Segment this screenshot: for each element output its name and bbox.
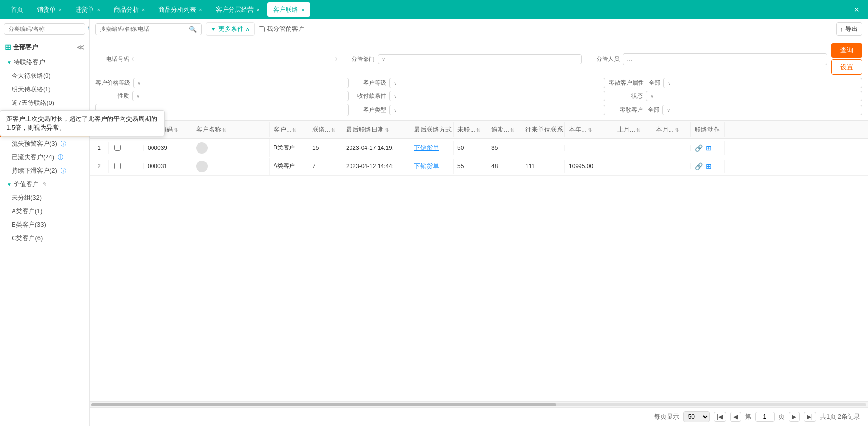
query-button[interactable]: 查询 (831, 43, 862, 58)
close-purchase-order-icon[interactable]: × (97, 7, 100, 13)
col-header-unit-contact[interactable]: 往来单位联系人 ⇅ (521, 122, 565, 137)
cell-last-method-2[interactable]: 下销货单 (410, 159, 454, 174)
nav-home[interactable]: 首页 (5, 2, 29, 17)
col-header-uncontact[interactable]: 未联... ⇅ (454, 122, 487, 137)
page-input[interactable] (755, 412, 775, 422)
cell-overdue-1: 35 (487, 142, 521, 154)
sidebar-item-c-class[interactable]: C类客户(6) (0, 232, 89, 245)
sidebar-item-ungroup[interactable]: 未分组(32) (0, 191, 89, 205)
nav-customer-contact[interactable]: 客户联络 × (267, 2, 310, 17)
close-product-analysis-icon[interactable]: × (142, 7, 145, 13)
nav-product-analysis-list[interactable]: 商品分析列表 × (152, 2, 208, 17)
cell-this-month-1 (652, 145, 691, 151)
last-method-link-2[interactable]: 下销货单 (414, 162, 439, 171)
value-group-arrow: ▼ (7, 182, 12, 187)
retail-customer-select[interactable]: ∨ (662, 105, 862, 115)
search-icon[interactable]: 🔍 (189, 26, 197, 33)
per-page-select[interactable]: 50 20 100 (683, 411, 710, 422)
settings-button[interactable]: 设置 (831, 59, 862, 75)
cell-name-2 (192, 158, 270, 175)
pending-group-arrow: ▼ (7, 60, 12, 65)
cell-last-date-2: 2023-04-12 14:44: (342, 160, 410, 173)
col-header-last-method[interactable]: 最后联络方式 ⇅ (410, 122, 454, 137)
nav-sales-order[interactable]: 销货单 × (31, 2, 67, 17)
status-arrow: ∨ (650, 93, 654, 99)
col-header-this-year[interactable]: 本年... ⇅ (565, 122, 613, 137)
more-conditions-button[interactable]: ▼ 更多条件 ∧ (206, 22, 255, 36)
payment-select[interactable]: ∨ (389, 91, 606, 101)
value-group-edit-icon[interactable]: ✎ (43, 181, 47, 188)
col-header-contact[interactable]: 联络... ⇅ (308, 122, 342, 137)
close-product-analysis-list-icon[interactable]: × (199, 7, 202, 13)
col-header-type[interactable]: 客户... ⇅ (270, 122, 308, 137)
customer-level-select[interactable]: ∨ (389, 78, 606, 88)
grid-action-icon-1[interactable]: ⊞ (706, 144, 712, 152)
col-header-name[interactable]: 客户名称 ⇅ (192, 122, 270, 137)
retail-attr-select[interactable]: ∨ (663, 78, 862, 88)
sidebar-item-today[interactable]: 今天待联络(0) (0, 69, 89, 83)
sidebar-item-tomorrow[interactable]: 明天待联络(1) (0, 83, 89, 96)
sidebar-item-7days[interactable]: 近7天待联络(0) (0, 96, 89, 110)
next-page-button[interactable]: ▶ (789, 412, 800, 422)
retail-customer-inline: 全部 (648, 106, 659, 114)
cell-last-date-1: 2023-04-17 14:19: (342, 142, 410, 154)
customers-icon: ⊞ (5, 43, 11, 52)
sidebar-item-declining[interactable]: 持续下滑客户(2) ⓘ (0, 164, 89, 177)
col-header-overdue[interactable]: 逾期... ⇅ (487, 122, 521, 137)
dept-select[interactable]: ∨ (378, 54, 582, 64)
sidebar-item-a-class[interactable]: A类客户(1) (0, 205, 89, 218)
col-header-action[interactable]: 联络动作 (691, 122, 725, 137)
link-action-icon-2[interactable]: 🔗 (695, 162, 703, 170)
last-page-button[interactable]: ▶| (804, 412, 816, 422)
grid-action-icon-2[interactable]: ⊞ (706, 162, 712, 170)
nav-customer-segmentation[interactable]: 客户分层经营 × (210, 2, 265, 17)
sort-contact-icon: ⇅ (331, 127, 335, 132)
search-input[interactable] (100, 26, 187, 32)
cell-last-method-1[interactable]: 下销货单 (410, 141, 454, 155)
last-method-link-1[interactable]: 下销货单 (414, 144, 439, 152)
close-customer-contact-icon[interactable]: × (301, 7, 304, 13)
sidebar-all-customers[interactable]: ⊞ 全部客户 ≪ (0, 39, 89, 56)
manager-select[interactable]: ... (623, 53, 827, 65)
cell-checkbox-2[interactable] (109, 160, 126, 172)
col-header-this-month[interactable]: 本月... ⇅ (652, 122, 691, 137)
export-button[interactable]: ↑ 导出 (836, 22, 863, 36)
sidebar-group-value[interactable]: ▼ 价值客户 ✎ (0, 177, 89, 191)
sidebar-item-b-class[interactable]: B类客户(33) (0, 218, 89, 232)
close-sales-order-icon[interactable]: × (59, 7, 61, 13)
prev-page-button[interactable]: ◀ (730, 412, 741, 422)
row-checkbox-1[interactable] (114, 145, 121, 151)
my-customers-check[interactable] (259, 26, 265, 32)
close-customer-segmentation-icon[interactable]: × (257, 7, 259, 13)
col-header-last-month[interactable]: 上月... ⇅ (613, 122, 652, 137)
scroll-track[interactable] (91, 403, 866, 406)
nav-purchase-order[interactable]: 进货单 × (69, 2, 106, 17)
phone-input[interactable] (132, 57, 337, 61)
table-row: 1 000039 B类客户 15 2023-04-17 14:19: 下销货单 (90, 139, 868, 157)
price-level-select[interactable]: ∨ (133, 78, 349, 88)
filter-manager: 分管人员 ... (586, 53, 827, 65)
sidebar-search-input[interactable] (4, 23, 85, 35)
close-all-button[interactable]: × (850, 5, 863, 15)
horizontal-scrollbar[interactable] (90, 401, 868, 407)
link-action-icon-1[interactable]: 🔗 (695, 144, 703, 152)
sidebar-item-churn-warning[interactable]: 流失预警客户(3) ⓘ (0, 137, 89, 150)
sidebar-item-churned[interactable]: 已流失客户(24) ⓘ (0, 150, 89, 164)
nav-product-analysis[interactable]: 商品分析 × (108, 2, 151, 17)
sidebar-collapse-icon[interactable]: ≪ (77, 44, 84, 51)
status-select[interactable]: ∨ (646, 91, 862, 101)
search-input-container[interactable]: 🔍 (95, 23, 202, 35)
col-header-last-date[interactable]: 最后联络日期 ⇅ (342, 122, 410, 137)
first-page-button[interactable]: |◀ (714, 412, 726, 422)
customer-type-select[interactable]: ∨ (389, 105, 606, 115)
sidebar-group-pending[interactable]: ▼ 待联络客户 (0, 56, 89, 69)
scroll-thumb[interactable] (91, 403, 556, 406)
table-body: 1 000039 B类客户 15 2023-04-17 14:19: 下销货单 (90, 139, 868, 401)
my-customers-checkbox[interactable]: 我分管的客户 (259, 25, 305, 33)
cell-last-month-2 (613, 163, 652, 169)
nature-select[interactable]: ∨ (132, 91, 349, 101)
cell-checkbox-1[interactable] (109, 142, 126, 154)
main-layout: 🔍 ⊞ 全部客户 ≪ ▼ 待联络客户 今天待联络(0) 明天待联络(1) 近7天… (0, 19, 868, 426)
row-checkbox-2[interactable] (114, 163, 121, 169)
price-level-arrow: ∨ (137, 80, 141, 86)
